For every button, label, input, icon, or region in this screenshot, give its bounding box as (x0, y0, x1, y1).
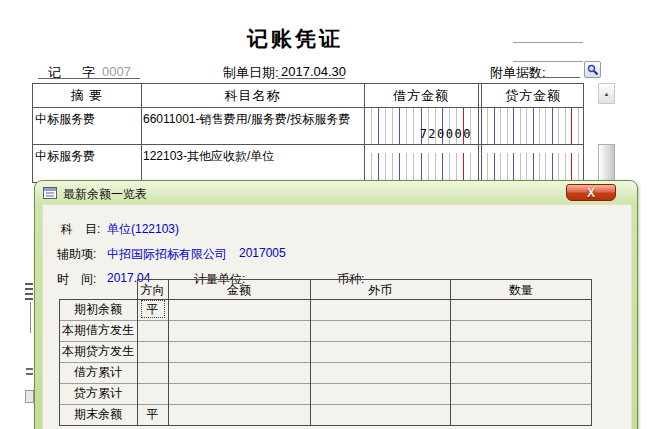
header-quantity: 数量 (450, 282, 592, 299)
dialog-icon (43, 186, 57, 200)
balance-dialog: 最新余额一览表 X 科 目: 单位(122103) 辅助项: 中招国际招标有限公… (34, 180, 638, 429)
header-amount: 金额 (168, 282, 310, 299)
date-underline (278, 78, 345, 79)
row-label-debit-total: 借方累计 (59, 362, 137, 383)
row-label-closing-balance: 期末余额 (59, 404, 137, 425)
scroll-up-button[interactable]: ▲ (598, 83, 615, 104)
row2-debit-grid[interactable] (365, 153, 477, 182)
attachments-input[interactable] (538, 77, 580, 78)
date-label: 制单日期: (223, 64, 279, 82)
date-value[interactable]: 2017.04.30 (281, 64, 346, 79)
voucher-word-underline (38, 78, 140, 79)
row-label-period-credit: 本期贷方发生 (59, 341, 137, 362)
aux-value: 中招国际招标有限公司 (107, 246, 227, 263)
voucher-table: 摘 要 科目名称 借方金额 贷方金额 中标服务费 66011001-销售费用/服… (32, 83, 584, 183)
row1-debit-amount[interactable]: 720000 (420, 127, 472, 141)
dialog-titlebar[interactable]: 最新余额一览表 X (35, 181, 637, 204)
scroll-up-icon: ▲ (604, 91, 610, 97)
header-foreign: 外币 (310, 282, 450, 299)
direction-cell-closing[interactable]: 平 (137, 404, 168, 425)
subject-label: 科 目: (61, 221, 100, 238)
app-window: 记账凭证 记 字 0007 制单日期: 2017.04.30 附单据数: 摘 要… (0, 0, 647, 429)
direction-cell-opening[interactable]: 平 (137, 299, 168, 320)
voucher-word-prefix: 记 (48, 64, 61, 82)
search-icon (587, 64, 599, 76)
dialog-content: 科 目: 单位(122103) 辅助项: 中招国际招标有限公司 2017005 … (42, 204, 632, 429)
background-fragment (25, 390, 34, 403)
focused-cell: 平 (141, 300, 165, 318)
row-label-credit-total: 贷方累计 (59, 383, 137, 404)
column-header-debit: 借方金额 (364, 87, 478, 105)
balance-table: 方向 金额 外币 数量 期初余额 本期借方发生 本期贷方发生 借方累计 贷方累计… (59, 279, 592, 426)
dialog-title: 最新余额一览表 (63, 186, 147, 203)
blank-line-1 (513, 42, 583, 43)
close-icon: X (587, 187, 595, 199)
column-header-credit: 贷方金额 (481, 87, 584, 105)
background-fragment (25, 283, 33, 302)
close-button[interactable]: X (566, 184, 616, 201)
background-fragment (30, 302, 31, 333)
column-header-summary: 摘 要 (33, 87, 141, 105)
header-direction: 方向 (137, 282, 168, 299)
background-fragment (26, 368, 33, 378)
row2-summary-cell[interactable]: 中标服务费 (35, 148, 139, 165)
row1-account-cell[interactable]: 66011001-销售费用/服务费/投标服务费 (143, 111, 364, 128)
row1-summary-cell[interactable]: 中标服务费 (35, 111, 139, 128)
row1-credit-grid[interactable] (482, 108, 584, 144)
row2-credit-grid[interactable] (482, 153, 584, 182)
subject-value: 单位(122103) (107, 221, 179, 238)
voucher-number[interactable]: 0007 (102, 64, 131, 79)
row-label-period-debit: 本期借方发生 (59, 320, 137, 341)
voucher-word-suffix: 字 (82, 64, 95, 82)
search-button[interactable] (584, 61, 601, 78)
scrollbar-thumb[interactable] (598, 144, 615, 183)
row-label-opening-balance: 期初余额 (59, 299, 137, 320)
column-header-account: 科目名称 (141, 87, 364, 105)
aux-label: 辅助项: (57, 246, 96, 263)
page-title: 记账凭证 (230, 25, 360, 53)
attachments-label: 附单据数: (490, 64, 546, 82)
blank-line-2 (513, 61, 583, 62)
row2-account-cell[interactable]: 122103-其他应收款/单位 (143, 148, 364, 165)
aux-code: 2017005 (239, 246, 286, 260)
